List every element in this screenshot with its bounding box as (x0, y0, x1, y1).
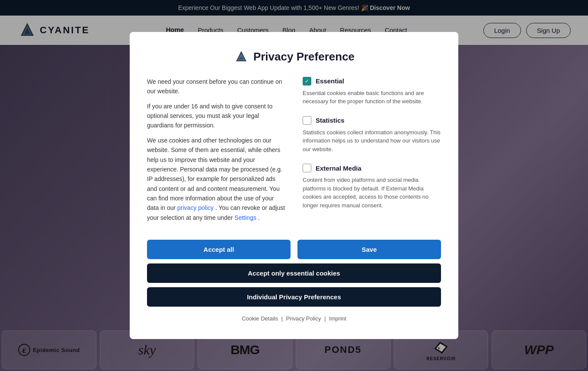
modal-intro-p3-text: We use cookies and other technologies on… (147, 137, 282, 212)
essential-description: Essential cookies enable basic functions… (303, 89, 441, 106)
cookie-option-essential-header: ✓ Essential (303, 77, 441, 86)
modal-intro-p3: We use cookies and other technologies on… (147, 136, 285, 223)
privacy-preference-modal: Privacy Preference We need your consent … (130, 32, 458, 339)
cookie-option-external-media: External Media Content from video platfo… (303, 164, 441, 209)
cookie-details-link[interactable]: Cookie Details (242, 315, 278, 322)
modal-overlay: Privacy Preference We need your consent … (0, 0, 588, 371)
external-media-description: Content from video platforms and social … (303, 176, 441, 209)
essential-label: Essential (316, 77, 344, 85)
cyanite-modal-icon (233, 49, 249, 65)
settings-link[interactable]: Settings (234, 214, 256, 221)
save-button[interactable]: Save (297, 240, 441, 259)
individual-privacy-button[interactable]: Individual Privacy Preferences (147, 287, 441, 307)
external-media-label: External Media (316, 165, 361, 172)
privacy-policy-footer-link[interactable]: Privacy Policy (286, 315, 321, 322)
accept-all-button[interactable]: Accept all (147, 240, 291, 259)
cookie-option-external-media-header: External Media (303, 164, 441, 172)
modal-left: We need your consent before you can cont… (147, 77, 285, 228)
privacy-policy-link[interactable]: privacy policy (177, 204, 214, 211)
modal-footer: Cookie Details | Privacy Policy | Imprin… (147, 315, 441, 322)
essential-checkmark: ✓ (305, 79, 309, 84)
separator-1: | (281, 315, 284, 322)
statistics-description: Statistics cookies collect information a… (303, 128, 441, 154)
essential-checkbox[interactable]: ✓ (303, 77, 311, 86)
modal-body: We need your consent before you can cont… (147, 77, 441, 228)
modal-intro-p2: If you are under 16 and wish to give con… (147, 101, 285, 130)
external-media-checkbox[interactable] (303, 164, 311, 172)
cookie-option-essential: ✓ Essential Essential cookies enable bas… (303, 77, 441, 106)
modal-header: Privacy Preference (147, 49, 441, 65)
accept-essential-button[interactable]: Accept only essential cookies (147, 263, 441, 283)
modal-intro-p1: We need your consent before you can cont… (147, 77, 285, 96)
imprint-link[interactable]: Imprint (329, 315, 346, 322)
cookie-option-statistics: Statistics Statistics cookies collect in… (303, 116, 441, 154)
cookie-option-statistics-header: Statistics (303, 116, 441, 125)
statistics-checkbox[interactable] (303, 116, 311, 125)
modal-buttons-row: Accept all Save (147, 240, 441, 259)
modal-title: Privacy Preference (253, 50, 355, 63)
statistics-label: Statistics (316, 117, 345, 124)
separator-2: | (324, 315, 327, 322)
modal-intro-p5: . (258, 214, 260, 221)
modal-right: ✓ Essential Essential cookies enable bas… (303, 77, 441, 228)
